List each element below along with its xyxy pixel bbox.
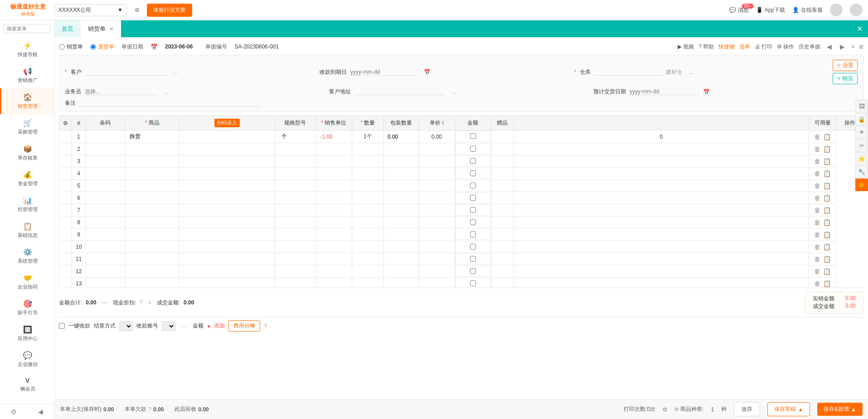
cell-unit[interactable] [275, 168, 315, 180]
list-view-icon[interactable]: ≡ [851, 43, 854, 50]
cell-barcode[interactable] [86, 253, 125, 265]
operate-link[interactable]: ⚙ 操作 [777, 43, 794, 51]
lack-info-icon[interactable]: ? [148, 406, 151, 413]
customer-dots[interactable]: ... [173, 69, 178, 75]
sidebar-item-appstore[interactable]: 🔲 应用中心 [0, 321, 54, 347]
expense-button[interactable]: 费用分摊 [228, 320, 260, 332]
cell-qty[interactable] [315, 229, 352, 241]
radio-sales[interactable]: 销货单 [59, 43, 83, 51]
cell-barcode[interactable] [86, 204, 125, 217]
avatar-2[interactable] [850, 4, 863, 16]
sidebar-item-basic[interactable]: 📋 基础信息 [0, 217, 54, 243]
cell-price[interactable] [383, 265, 418, 278]
cell-product[interactable] [125, 241, 179, 253]
row-delete-icon[interactable]: 🗑 [814, 243, 820, 250]
row-copy-icon[interactable]: 📋 [823, 219, 831, 226]
cell-barcode[interactable] [86, 265, 125, 278]
remarks-input[interactable] [79, 100, 261, 106]
row-copy-icon[interactable]: 📋 [823, 182, 831, 189]
row-copy-icon[interactable]: 📋 [823, 207, 831, 214]
cell-product[interactable] [125, 265, 179, 278]
row-copy-icon[interactable]: 📋 [823, 243, 831, 250]
cell-product[interactable] [125, 155, 179, 168]
right-tool-edit[interactable]: ✏ [855, 139, 868, 152]
row-delete-icon[interactable]: 🗑 [814, 255, 820, 263]
row-delete-icon[interactable]: 🗑 [814, 145, 820, 153]
radio-return[interactable]: 退货单 [90, 43, 114, 51]
grid-view-icon[interactable]: ⊞ [859, 43, 863, 50]
cell-unit[interactable] [275, 278, 315, 288]
cell-gift[interactable] [455, 155, 491, 167]
history-link[interactable]: 历史单据 [799, 43, 820, 51]
cell-spec[interactable] [179, 229, 275, 241]
cell-qty[interactable] [315, 130, 352, 143]
row-copy-icon[interactable]: 📋 [823, 280, 831, 287]
cell-gift[interactable] [455, 143, 491, 154]
settings-icon[interactable]: ⚙ [131, 4, 143, 16]
cell-gift[interactable] [455, 130, 491, 142]
one-click-pay-checkbox[interactable] [59, 323, 65, 329]
discount-info-icon[interactable]: ? [140, 299, 143, 306]
cell-product[interactable] [125, 278, 179, 288]
right-tool-eye[interactable]: 👁 [855, 126, 868, 139]
cell-qty[interactable] [315, 143, 352, 155]
cell-price[interactable] [383, 278, 418, 288]
discard-button[interactable]: 放弃 [734, 402, 760, 416]
cell-unit[interactable] [275, 143, 315, 155]
row-copy-icon[interactable]: 📋 [823, 145, 831, 153]
sidebar-item-finance[interactable]: 💰 资金管理 [0, 166, 54, 192]
price-info-icon[interactable]: ℹ [442, 120, 444, 125]
row-delete-icon[interactable]: 🗑 [814, 182, 820, 189]
cell-barcode[interactable] [86, 217, 125, 229]
select-link[interactable]: 选单 [739, 43, 750, 51]
row-copy-icon[interactable]: 📋 [823, 170, 831, 177]
video-link[interactable]: ▶ 视频 [678, 43, 694, 51]
cell-product[interactable] [125, 217, 179, 229]
sidebar-settings-icon[interactable]: ⚙ [11, 408, 17, 415]
sidebar-item-operations[interactable]: 📊 经营管理 [0, 192, 54, 217]
avatar[interactable] [830, 4, 843, 16]
cell-barcode[interactable] [86, 143, 125, 155]
th-gear[interactable]: ⚙ [59, 116, 72, 130]
cell-unit[interactable] [275, 130, 315, 143]
cell-spec[interactable] [179, 241, 275, 253]
cell-price[interactable] [383, 130, 418, 143]
online-service-button[interactable]: 👤 在线客服 [792, 6, 823, 14]
row-delete-icon[interactable]: 🗑 [814, 268, 820, 275]
sidebar-item-system[interactable]: ⚙️ 系统管理 [0, 243, 54, 269]
cell-gift[interactable] [455, 265, 491, 277]
row-delete-icon[interactable]: 🗑 [814, 170, 820, 177]
due-date-calendar-icon[interactable]: 📅 [424, 69, 431, 75]
cell-product[interactable] [125, 180, 179, 192]
row-copy-icon[interactable]: 📋 [823, 268, 831, 275]
cell-price[interactable] [383, 155, 418, 168]
tab-home[interactable]: 首页 [54, 20, 81, 38]
cell-qty[interactable] [315, 204, 352, 217]
cell-barcode[interactable] [86, 180, 125, 192]
cell-product[interactable] [125, 204, 179, 217]
cell-unit[interactable] [275, 204, 315, 217]
radio-return-input[interactable] [90, 44, 96, 50]
nav-next-icon[interactable]: ▶ [838, 42, 847, 51]
cell-spec[interactable] [179, 143, 275, 155]
right-tool-image[interactable]: 🖼 [855, 100, 868, 112]
sidebar-item-inventory[interactable]: 📦 库存核算 [0, 140, 54, 166]
save-draft-button[interactable]: 保存草稿 ▲ [767, 402, 810, 416]
sidebar-collapse-icon[interactable]: ◀ [38, 408, 43, 415]
cell-price[interactable] [383, 180, 418, 192]
cell-price[interactable] [383, 192, 418, 204]
settlement-select[interactable] [119, 321, 133, 331]
salesperson-dots[interactable]: ... [164, 89, 168, 95]
cell-unit[interactable] [275, 241, 315, 253]
cell-product[interactable] [125, 143, 179, 155]
cell-barcode[interactable] [86, 192, 125, 204]
cell-barcode[interactable] [86, 229, 125, 241]
warehouse-dots[interactable]: ... [689, 69, 693, 75]
logistics-button[interactable]: + 物流 [833, 73, 858, 84]
due-date-input[interactable] [350, 69, 418, 76]
print-link[interactable]: 🖨 打印 [755, 43, 772, 51]
row-delete-icon[interactable]: 🗑 [814, 231, 820, 238]
cell-qty[interactable] [315, 241, 352, 253]
cell-product[interactable] [125, 130, 179, 143]
tab-close-icon[interactable]: ✕ [109, 26, 114, 32]
